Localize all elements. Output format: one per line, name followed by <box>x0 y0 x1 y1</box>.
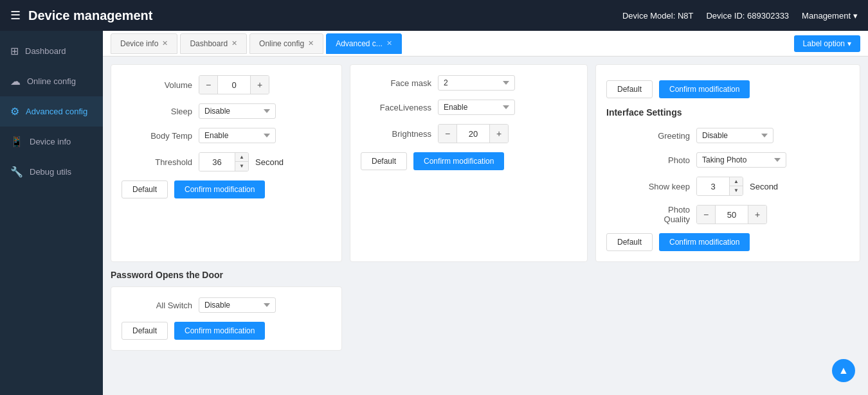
face-mask-select[interactable]: 0 1 2 <box>438 75 515 91</box>
face-liveness-select[interactable]: Enable Disable <box>438 100 515 115</box>
tab-dashboard[interactable]: Dashboard ✕ <box>180 33 247 54</box>
password-default-button[interactable]: Default <box>122 322 168 340</box>
brightness-label: Brightness <box>361 129 431 139</box>
sidebar-label-advanced-config: Advanced config <box>26 107 87 116</box>
left-confirm-button[interactable]: Confirm modification <box>174 180 265 198</box>
phone-icon: 📱 <box>10 136 23 148</box>
interface-settings-title: Interface Settings <box>606 107 849 118</box>
threshold-value[interactable] <box>199 153 235 171</box>
sleep-row: Sleep Disable Enable <box>122 103 331 119</box>
photo-quality-value[interactable] <box>715 206 748 224</box>
sidebar-label-dashboard: Dashboard <box>25 46 66 56</box>
greeting-select[interactable]: Disable Enable <box>696 128 773 143</box>
main-layout: ⊞ Dashboard ☁ Online config ⚙ Advanced c… <box>0 31 868 395</box>
greeting-label: Greeting <box>606 131 690 141</box>
show-keep-label: Show keep <box>606 182 690 191</box>
tabs-left: Device info ✕ Dashboard ✕ Online config … <box>111 33 402 54</box>
photo-quality-increment-button[interactable]: + <box>748 206 766 224</box>
right-card-btn-row: Default Confirm modification <box>606 233 849 251</box>
body-temp-label: Body Temp <box>122 131 192 141</box>
tab-close-dashboard[interactable]: ✕ <box>231 39 237 48</box>
header: ☰ Device management Device Model: N8T De… <box>0 0 868 31</box>
chevron-down-icon: ▾ <box>847 39 851 48</box>
show-keep-row: Show keep ▲ ▼ Second <box>606 177 849 196</box>
volume-input[interactable]: − + <box>199 75 269 94</box>
show-keep-arrows: ▲ ▼ <box>729 177 743 195</box>
right-top-default-button[interactable]: Default <box>606 80 653 98</box>
threshold-up-button[interactable]: ▲ <box>235 153 248 162</box>
show-keep-input[interactable]: ▲ ▼ <box>696 177 743 196</box>
body-temp-row: Body Temp Enable Disable <box>122 128 331 143</box>
photo-quality-row: Photo Quality − + <box>606 205 849 224</box>
left-default-button[interactable]: Default <box>122 180 168 198</box>
device-model: Device Model: N8T <box>622 11 694 21</box>
photo-quality-label: Photo Quality <box>606 205 690 224</box>
password-confirm-button[interactable]: Confirm modification <box>174 322 265 340</box>
scroll-to-top-button[interactable]: ▲ <box>832 359 855 382</box>
threshold-input[interactable]: ▲ ▼ <box>199 152 249 171</box>
tab-close-advanced-config[interactable]: ✕ <box>386 39 392 48</box>
hamburger-icon[interactable]: ☰ <box>10 8 21 22</box>
right-top-confirm-button[interactable]: Confirm modification <box>659 80 750 98</box>
sidebar-item-device-info[interactable]: 📱 Device info <box>0 127 103 157</box>
volume-increment-button[interactable]: + <box>251 76 269 94</box>
middle-card-btn-row: Default Confirm modification <box>361 152 577 170</box>
middle-confirm-button[interactable]: Confirm modification <box>413 152 504 170</box>
volume-label: Volume <box>122 80 192 90</box>
middle-default-button[interactable]: Default <box>361 152 407 170</box>
show-keep-up-button[interactable]: ▲ <box>730 177 743 186</box>
brightness-increment-button[interactable]: + <box>490 125 508 143</box>
threshold-arrows: ▲ ▼ <box>235 153 248 171</box>
all-switch-label: All Switch <box>122 301 192 310</box>
brightness-decrement-button[interactable]: − <box>439 125 457 143</box>
password-card: All Switch Disable Enable Default Confir… <box>111 286 342 351</box>
second-label: Second <box>255 157 284 167</box>
page-content: Volume − + Sleep Disable Enable <box>103 57 868 395</box>
brightness-row: Brightness − + <box>361 124 577 143</box>
show-keep-down-button[interactable]: ▼ <box>730 186 743 195</box>
label-option-button[interactable]: Label option ▾ <box>794 35 860 52</box>
sleep-label: Sleep <box>122 107 192 116</box>
left-card-btn-row: Default Confirm modification <box>122 180 331 198</box>
sidebar-item-advanced-config[interactable]: ⚙ Advanced config <box>0 96 103 127</box>
sidebar-label-device-info: Device info <box>30 137 71 146</box>
photo-quality-decrement-button[interactable]: − <box>697 206 715 224</box>
tool-icon: 🔧 <box>10 166 23 178</box>
threshold-row: Threshold ▲ ▼ Second <box>122 152 331 171</box>
body-temp-select[interactable]: Enable Disable <box>199 128 276 143</box>
brightness-value[interactable] <box>457 125 490 143</box>
volume-decrement-button[interactable]: − <box>199 76 217 94</box>
sidebar: ⊞ Dashboard ☁ Online config ⚙ Advanced c… <box>0 31 103 395</box>
brightness-input[interactable]: − + <box>438 124 509 143</box>
sidebar-label-debug-utils: Debug utils <box>30 167 71 177</box>
show-keep-value[interactable] <box>697 177 729 195</box>
photo-row: Photo Taking Photo Static <box>606 152 849 168</box>
tab-online-config[interactable]: Online config ✕ <box>249 33 323 54</box>
face-mask-row: Face mask 0 1 2 <box>361 75 577 91</box>
photo-select[interactable]: Taking Photo Static <box>696 152 786 168</box>
password-btn-row: Default Confirm modification <box>122 322 331 340</box>
threshold-label: Threshold <box>122 157 192 167</box>
sidebar-label-online-config: Online config <box>27 76 76 86</box>
sidebar-item-dashboard[interactable]: ⊞ Dashboard <box>0 36 103 66</box>
sidebar-item-online-config[interactable]: ☁ Online config <box>0 66 103 96</box>
all-switch-select[interactable]: Disable Enable <box>199 297 276 313</box>
right-default-button[interactable]: Default <box>606 233 653 251</box>
all-switch-row: All Switch Disable Enable <box>122 297 331 313</box>
management-button[interactable]: Management ▾ <box>802 11 858 21</box>
content-area: Device info ✕ Dashboard ✕ Online config … <box>103 31 868 395</box>
photo-quality-input[interactable]: − + <box>696 205 767 224</box>
photo-label: Photo <box>606 155 690 165</box>
volume-value[interactable] <box>217 76 251 94</box>
tab-advanced-config[interactable]: Advanced c... ✕ <box>326 33 402 54</box>
tab-device-info[interactable]: Device info ✕ <box>111 33 177 54</box>
threshold-down-button[interactable]: ▼ <box>235 162 248 171</box>
sleep-select[interactable]: Disable Enable <box>199 103 276 119</box>
tab-close-device-info[interactable]: ✕ <box>162 39 168 48</box>
right-top-btn-row: Default Confirm modification <box>606 80 849 98</box>
chevron-down-icon: ▾ <box>853 11 858 21</box>
right-confirm-button[interactable]: Confirm modification <box>659 233 750 251</box>
sidebar-item-debug-utils[interactable]: 🔧 Debug utils <box>0 157 103 187</box>
app-title: Device management <box>28 8 615 23</box>
tab-close-online-config[interactable]: ✕ <box>308 39 314 48</box>
